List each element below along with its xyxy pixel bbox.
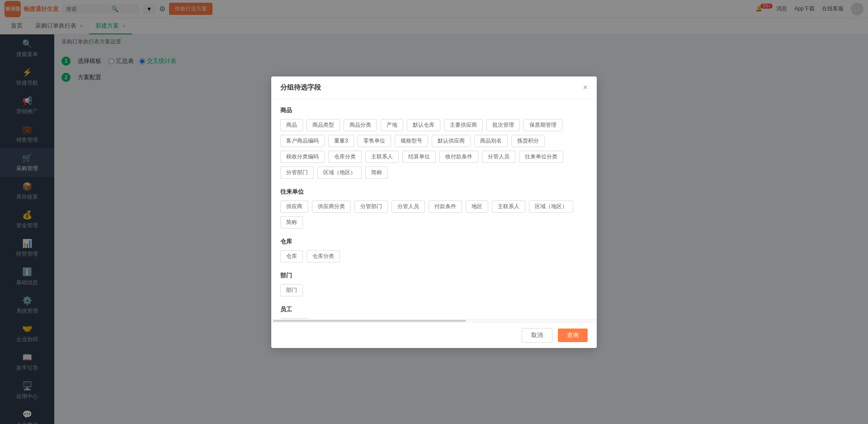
section-warehouse: 仓库 仓库 仓库分类 [280, 238, 588, 262]
field-tag-product-6[interactable]: 批次管理 [486, 119, 520, 131]
hscroll-thumb [273, 320, 466, 322]
field-tag-product-13[interactable]: 商品别名 [474, 135, 508, 147]
field-tag-product-19[interactable]: 收付款条件 [439, 151, 478, 163]
field-tag-product-5[interactable]: 主要供应商 [444, 119, 483, 131]
field-tag-product-16[interactable]: 仓库分类 [328, 151, 362, 163]
field-tag-warehouse-1[interactable]: 仓库分类 [307, 250, 340, 262]
field-tag-partner-8[interactable]: 简称 [280, 216, 303, 229]
field-selection-modal: 分组待选字段 × 商品 商品 商品类型 商品分类 产地 默认仓库 主要供应商 批… [271, 76, 597, 348]
field-tag-partner-2[interactable]: 分管部门 [354, 200, 388, 213]
section-warehouse-title: 仓库 [280, 238, 588, 246]
field-tag-partner-7[interactable]: 区域（地区） [529, 200, 573, 213]
section-employee: 员工 业务员 [280, 305, 588, 319]
modal-confirm-btn[interactable]: 查询 [558, 329, 588, 342]
field-tag-product-22[interactable]: 分管部门 [280, 167, 314, 179]
section-product-title: 商品 [280, 106, 588, 114]
field-tag-product-24[interactable]: 简称 [365, 167, 388, 179]
field-tag-partner-5[interactable]: 地区 [466, 200, 488, 213]
field-tag-partner-1[interactable]: 供应商分类 [312, 200, 351, 213]
field-tag-partner-4[interactable]: 付款条件 [429, 200, 462, 213]
field-tag-product-18[interactable]: 结算单位 [402, 151, 436, 163]
field-tag-product-17[interactable]: 主联系人 [365, 151, 399, 163]
field-tag-warehouse-0[interactable]: 仓库 [280, 250, 303, 262]
modal-footer: 取消 查询 [271, 322, 597, 348]
department-field-tags: 部门 [280, 284, 588, 296]
field-tag-product-20[interactable]: 分管人员 [482, 151, 515, 163]
field-tag-product-15[interactable]: 税收分类编码 [280, 151, 325, 163]
field-tag-product-12[interactable]: 默认供应商 [432, 135, 471, 147]
field-tag-product-4[interactable]: 默认仓库 [407, 119, 440, 131]
field-tag-department-0[interactable]: 部门 [280, 284, 303, 296]
field-tag-product-0[interactable]: 商品 [280, 119, 303, 131]
modal-cancel-btn[interactable]: 取消 [522, 328, 552, 343]
partner-field-tags: 供应商 供应商分类 分管部门 分管人员 付款条件 地区 主联系人 区域（地区） … [280, 200, 588, 229]
modal-body: 商品 商品 商品类型 商品分类 产地 默认仓库 主要供应商 批次管理 保质期管理… [271, 99, 597, 319]
field-tag-product-14[interactable]: 拣货积分 [511, 135, 545, 147]
section-partner-title: 往来单位 [280, 188, 588, 196]
field-tag-partner-6[interactable]: 主联系人 [492, 200, 525, 213]
section-department-title: 部门 [280, 272, 588, 280]
section-department: 部门 部门 [280, 272, 588, 296]
field-tag-product-1[interactable]: 商品类型 [307, 119, 340, 131]
field-tag-product-2[interactable]: 商品分类 [344, 119, 377, 131]
section-employee-title: 员工 [280, 305, 588, 314]
field-tag-product-3[interactable]: 产地 [381, 119, 403, 131]
modal-close-btn[interactable]: × [583, 83, 588, 92]
modal-title: 分组待选字段 [280, 83, 321, 92]
field-tag-product-9[interactable]: 重量3 [328, 135, 354, 147]
field-tag-partner-0[interactable]: 供应商 [280, 200, 308, 213]
warehouse-field-tags: 仓库 仓库分类 [280, 250, 588, 262]
field-tag-product-21[interactable]: 往来单位分类 [519, 151, 563, 163]
field-tag-product-23[interactable]: 区域（地区） [317, 167, 362, 179]
section-partner: 往来单位 供应商 供应商分类 分管部门 分管人员 付款条件 地区 主联系人 区域… [280, 188, 588, 229]
field-tag-product-8[interactable]: 客户商品编码 [280, 135, 325, 147]
field-tag-product-10[interactable]: 零售单位 [358, 135, 391, 147]
field-tag-partner-3[interactable]: 分管人员 [392, 200, 425, 213]
modal-header: 分组待选字段 × [271, 76, 597, 99]
field-tag-product-7[interactable]: 保质期管理 [524, 119, 562, 131]
product-field-tags: 商品 商品类型 商品分类 产地 默认仓库 主要供应商 批次管理 保质期管理 客户… [280, 119, 588, 179]
section-product: 商品 商品 商品类型 商品分类 产地 默认仓库 主要供应商 批次管理 保质期管理… [280, 106, 588, 179]
field-tag-product-11[interactable]: 规格型号 [395, 135, 428, 147]
